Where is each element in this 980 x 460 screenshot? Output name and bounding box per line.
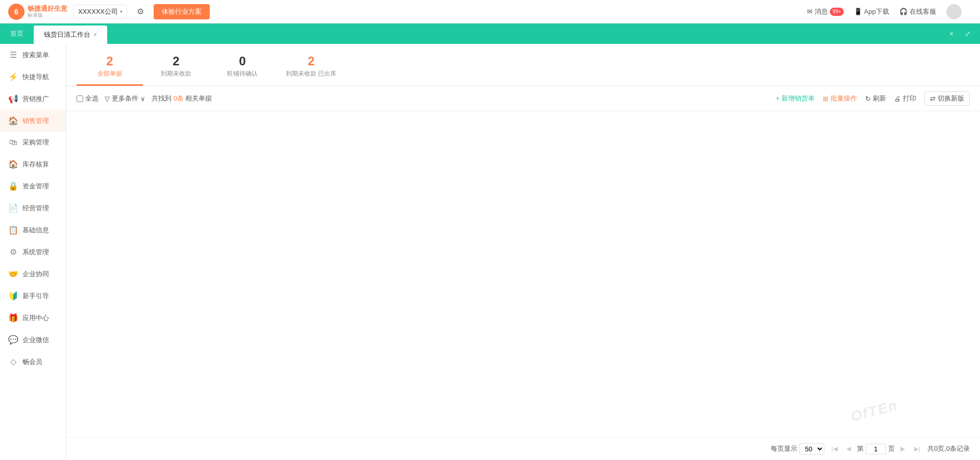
phone-icon: 📱: [854, 8, 862, 15]
current-page-input[interactable]: [866, 444, 886, 454]
per-page-select[interactable]: 50: [799, 443, 824, 455]
avatar[interactable]: [946, 4, 962, 19]
refresh-button[interactable]: ↻ 刷新: [865, 94, 886, 103]
gear-icon: ⚙: [8, 247, 18, 257]
tab-close-window-icon[interactable]: ×: [945, 28, 958, 40]
messages-action[interactable]: ✉ 消息 99+: [807, 7, 844, 16]
sidebar-item-weixin[interactable]: 💬 企业微信: [0, 329, 66, 351]
select-all-checkbox[interactable]: 全选: [77, 94, 99, 103]
stat-overdue-shipped-count: 2: [286, 54, 336, 68]
content-area: 2 全部单据 2 到期未收款 0 旺铺待确认 2 到期未收款 已出库 全选: [66, 44, 980, 460]
sidebar-item-cooperation[interactable]: 🤝 企业协同: [0, 263, 66, 285]
bag-icon: 🛍: [8, 138, 18, 147]
page-size-selector: 每页显示 50: [771, 443, 824, 455]
toolbar: 全选 ▽ 更多条件 ∨ 共找到 0条 相关单据 + 新增销货单 ⊞ 批量操作: [66, 86, 980, 111]
app-download-action[interactable]: 📱 App下载: [854, 7, 889, 16]
settings-icon[interactable]: ⚙: [133, 5, 148, 19]
page-nav: |◀ ◀ 第 页 ▶ ▶|: [828, 443, 923, 455]
select-all-label: 全选: [85, 94, 99, 103]
last-page-button[interactable]: ▶|: [911, 443, 923, 455]
print-icon: 🖨: [894, 95, 901, 103]
warehouse-icon: 🏠: [8, 159, 18, 169]
sidebar-item-app-center[interactable]: 🎁 应用中心: [0, 307, 66, 329]
sidebar-item-quick-nav[interactable]: ⚡ 快捷导航: [0, 66, 66, 88]
sidebar-weixin-label: 企业微信: [22, 335, 49, 345]
stats-tabs: 2 全部单据 2 到期未收款 0 旺铺待确认 2 到期未收款 已出库: [66, 44, 980, 86]
sidebar-item-guide[interactable]: 🔰 新手引导: [0, 285, 66, 307]
report-icon: 📄: [8, 203, 18, 213]
sidebar-item-purchase[interactable]: 🛍 采购管理: [0, 132, 66, 153]
stat-all-label: 全部单据: [87, 69, 133, 78]
sidebar-item-member[interactable]: ◇ 畅会员: [0, 351, 66, 373]
page-suffix-label: 页: [888, 444, 895, 453]
sidebar-member-label: 畅会员: [22, 357, 42, 367]
chevron-down-icon: ▾: [120, 9, 122, 14]
messages-label: 消息: [815, 7, 828, 16]
filter-button[interactable]: ▽ 更多条件 ∨: [105, 94, 145, 103]
chevron-down-icon: ∨: [140, 95, 145, 103]
tab-close-icon[interactable]: ×: [93, 31, 97, 38]
stat-overdue-shipped-label: 到期未收款 已出库: [286, 69, 336, 78]
sidebar: ☰ 搜索菜单 ⚡ 快捷导航 📢 营销推广 🏠 销售管理 🛍 采购管理 🏠 库存核…: [0, 44, 66, 460]
sidebar-purchase-label: 采购管理: [22, 138, 49, 147]
select-all-input[interactable]: [77, 95, 83, 102]
sidebar-item-operations[interactable]: 📄 经营管理: [0, 197, 66, 219]
sidebar-app-center-label: 应用中心: [22, 313, 49, 323]
filter-icon: ▽: [105, 95, 110, 103]
per-page-label: 每页显示: [771, 444, 797, 453]
sidebar-system-label: 系统管理: [22, 248, 49, 257]
tab-expand-icon[interactable]: ⤢: [962, 28, 974, 40]
tab-qianhuoriqing[interactable]: 钱货日清工作台 ×: [34, 26, 107, 44]
headset-icon: 🎧: [899, 8, 908, 15]
logo-subtitle: 标准版: [28, 12, 67, 18]
sidebar-sales-label: 销售管理: [22, 116, 49, 126]
toolbar-left: 全选 ▽ 更多条件 ∨ 共找到 0条 相关单据: [77, 94, 212, 103]
sidebar-guide-label: 新手引导: [22, 292, 49, 301]
main-layout: ☰ 搜索菜单 ⚡ 快捷导航 📢 营销推广 🏠 销售管理 🛍 采购管理 🏠 库存核…: [0, 44, 980, 460]
next-page-button[interactable]: ▶: [897, 443, 909, 455]
sidebar-item-sales[interactable]: 🏠 销售管理: [0, 110, 66, 132]
diamond-icon: ◇: [8, 357, 18, 367]
lock-icon: 🔒: [8, 181, 18, 191]
stat-tab-all[interactable]: 2 全部单据: [77, 50, 143, 86]
add-sale-order-button[interactable]: + 新增销货单: [776, 94, 815, 103]
top-header: 6 畅捷通好生意 标准版 XXXXXX公司 ▾ ⚙ 体验行业方案 ✉ 消息 99…: [0, 0, 980, 23]
sidebar-operations-label: 经营管理: [22, 204, 49, 213]
online-service-label: 在线客服: [910, 7, 936, 16]
flash-icon: ⚡: [8, 72, 18, 82]
logo-text: 畅捷通好生意 标准版: [28, 5, 67, 19]
sidebar-item-inventory[interactable]: 🏠 库存核算: [0, 153, 66, 175]
sidebar-item-search[interactable]: ☰ 搜索菜单: [0, 44, 66, 66]
header-right: ✉ 消息 99+ 📱 App下载 🎧 在线客服: [807, 4, 972, 19]
print-button[interactable]: 🖨 打印: [894, 94, 916, 103]
search-icon: ☰: [8, 50, 18, 60]
stat-wangpu-label: 旺铺待确认: [219, 69, 265, 78]
company-selector[interactable]: XXXXXX公司 ▾: [74, 5, 127, 19]
sidebar-item-marketing[interactable]: 📢 营销推广: [0, 88, 66, 110]
online-service-action[interactable]: 🎧 在线客服: [899, 7, 936, 16]
result-count: 0条: [174, 94, 184, 102]
stat-overdue-label: 到期未收款: [153, 69, 199, 78]
prev-page-button[interactable]: ◀: [843, 443, 855, 455]
first-page-button[interactable]: |◀: [828, 443, 841, 455]
list-icon: 📋: [8, 225, 18, 235]
stat-wangpu-count: 0: [219, 54, 265, 68]
sidebar-item-basic-info[interactable]: 📋 基础信息: [0, 219, 66, 241]
stat-overdue-count: 2: [153, 54, 199, 68]
logo-icon: 6: [8, 4, 24, 20]
try-industry-button[interactable]: 体验行业方案: [154, 4, 210, 19]
stat-tab-wangpu[interactable]: 0 旺铺待确认: [209, 50, 276, 86]
sidebar-marketing-label: 营销推广: [22, 94, 49, 104]
sidebar-item-system[interactable]: ⚙ 系统管理: [0, 241, 66, 263]
sidebar-basic-info-label: 基础信息: [22, 226, 49, 235]
message-icon: ✉: [807, 8, 813, 15]
stat-tab-overdue[interactable]: 2 到期未收款: [143, 50, 209, 86]
batch-operation-button[interactable]: ⊞ 批量操作: [823, 94, 857, 103]
stat-tab-overdue-shipped[interactable]: 2 到期未收款 已出库: [276, 50, 347, 86]
megaphone-icon: 📢: [8, 94, 18, 104]
pagination-bar: 每页显示 50 |◀ ◀ 第 页 ▶ ▶| 共0页,0条记录: [66, 437, 980, 460]
tab-home[interactable]: 首页: [0, 23, 34, 44]
switch-version-button[interactable]: ⇄ 切换新版: [924, 91, 970, 106]
switch-icon: ⇄: [930, 95, 936, 103]
sidebar-item-finance[interactable]: 🔒 资金管理: [0, 175, 66, 197]
